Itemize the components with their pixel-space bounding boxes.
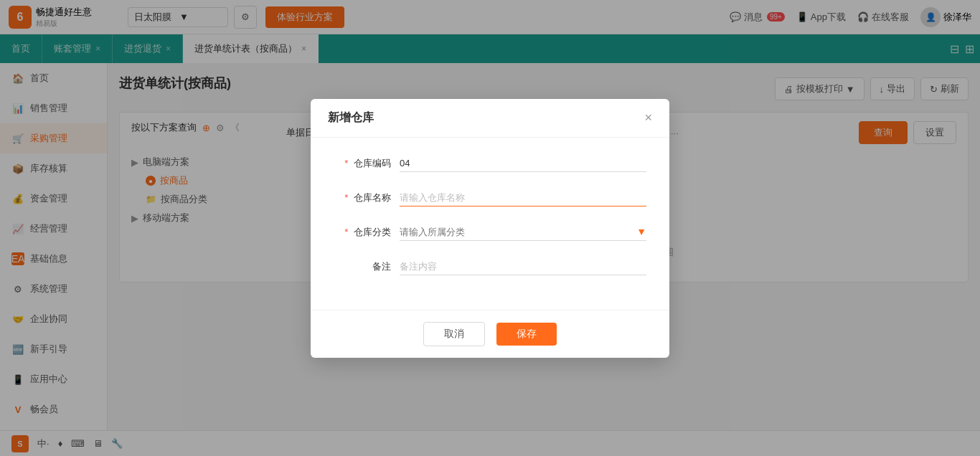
required-mark-code: * xyxy=(344,158,348,168)
form-row-code: * 仓库编码 xyxy=(334,155,646,172)
warehouse-note-input[interactable] xyxy=(400,258,646,275)
form-row-note: 备注 xyxy=(334,258,646,275)
form-row-name: * 仓库名称 xyxy=(334,189,646,206)
cancel-button[interactable]: 取消 xyxy=(423,322,485,346)
form-label-name: * 仓库名称 xyxy=(334,191,391,204)
required-mark-name: * xyxy=(344,192,348,203)
category-label: 仓库分类 xyxy=(354,227,391,237)
warehouse-name-input[interactable] xyxy=(400,189,646,206)
modal-body: * 仓库编码 * 仓库名称 * 仓库分类 xyxy=(311,138,669,310)
form-row-category: * 仓库分类 ▼ xyxy=(334,224,646,241)
category-select-input[interactable] xyxy=(400,224,636,240)
note-label: 备注 xyxy=(372,261,391,272)
form-label-code: * 仓库编码 xyxy=(334,157,391,170)
modal-overlay: 新增仓库 × * 仓库编码 * 仓库名称 xyxy=(0,0,980,456)
form-label-note: 备注 xyxy=(334,260,391,273)
save-button[interactable]: 保存 xyxy=(496,323,557,346)
code-label: 仓库编码 xyxy=(354,158,391,168)
modal-footer: 取消 保存 xyxy=(311,310,669,358)
modal-header: 新增仓库 × xyxy=(311,99,669,138)
form-label-category: * 仓库分类 xyxy=(334,226,391,239)
category-select-wrapper: ▼ xyxy=(400,224,646,241)
required-mark-category: * xyxy=(344,227,348,237)
name-label: 仓库名称 xyxy=(354,192,391,203)
modal-title: 新增仓库 xyxy=(328,110,374,125)
modal-new-warehouse: 新增仓库 × * 仓库编码 * 仓库名称 xyxy=(311,99,669,358)
category-dropdown-icon[interactable]: ▼ xyxy=(636,226,646,237)
warehouse-code-input[interactable] xyxy=(400,155,646,172)
modal-close-icon[interactable]: × xyxy=(644,110,652,125)
